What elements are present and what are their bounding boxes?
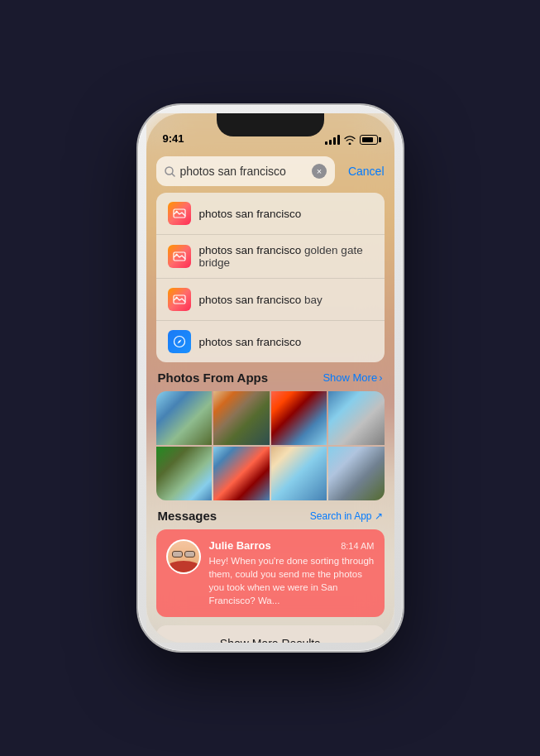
photos-from-apps-section: Photos From Apps Show More › [156,371,385,500]
message-time: 8:14 AM [341,541,374,551]
wifi-icon [344,136,356,145]
messages-card[interactable]: Julie Barros 8:14 AM Hey! When you're do… [156,529,385,617]
photos-icon-3 [173,293,186,306]
search-cancel-button[interactable]: Cancel [342,165,385,178]
message-sender: Julie Barros [209,539,271,552]
photo-cell-5[interactable] [156,447,213,500]
suggestions-container: photos san francisco [156,193,385,362]
suggestion-row-safari[interactable]: photos san francisco [156,321,385,362]
signal-icon [325,135,340,145]
photo-cell-7[interactable] [271,447,327,500]
suggestion-row[interactable]: photos san francisco bay [156,279,385,321]
show-more-results-button[interactable]: Show More Results [156,625,385,643]
avatar-glasses [172,551,195,557]
photo-cell-6[interactable] [213,447,270,500]
photos-app-icon [168,202,191,225]
suggestion-text-1: photos san francisco [199,208,373,220]
photo-cell-2[interactable] [213,391,270,445]
status-time: 9:41 [163,132,184,145]
message-content: Julie Barros 8:14 AM Hey! When you're do… [209,539,375,607]
photo-cell-8[interactable] [328,447,385,500]
search-bar[interactable]: photos san francisco × [156,156,335,186]
search-bar-container: photos san francisco × Cancel [146,150,394,193]
photo-cell-3[interactable] [271,391,327,445]
svg-point-6 [175,297,177,299]
photos-show-more-button[interactable]: Show More › [323,371,382,384]
search-icon [165,166,175,177]
safari-icon [173,335,186,348]
suggestion-row[interactable]: photos san francisco [156,193,385,235]
suggestion-text-2: photos san francisco golden gate bridge [199,244,373,269]
avatar [166,539,201,574]
photos-icon-2 [173,250,186,263]
status-icons [325,135,378,145]
safari-app-icon [168,330,191,353]
show-more-results-label: Show More Results [220,637,320,643]
suggestion-text-3: photos san francisco bay [199,294,373,306]
message-header: Julie Barros 8:14 AM [209,539,375,552]
phone-wrapper: 9:41 [130,97,411,659]
suggestion-text-4: photos san francisco [199,336,373,348]
messages-section-header: Messages Search in App ↗ [156,509,385,523]
photos-icon [173,207,186,220]
notch [217,113,324,136]
battery-icon [360,135,378,145]
suggestion-row[interactable]: photos san francisco golden gate bridge [156,235,385,279]
search-in-app-button[interactable]: Search in App ↗ [310,510,383,522]
messages-section-title: Messages [158,509,217,523]
photo-grid [156,391,385,500]
battery-fill [362,137,374,142]
photo-cell-4[interactable] [328,391,385,445]
search-input-text: photos san francisco [180,165,307,178]
svg-point-4 [175,254,177,256]
search-clear-button[interactable]: × [312,164,327,179]
phone-shell: 9:41 [138,105,403,651]
messages-section: Messages Search in App ↗ [156,509,385,617]
photos-section-title: Photos From Apps [158,371,269,385]
svg-point-2 [175,211,177,213]
message-preview: Hey! When you're done sorting through th… [209,554,375,607]
photos-app-icon-3 [168,288,191,311]
avatar-face [168,541,199,572]
photos-section-header: Photos From Apps Show More › [156,371,385,385]
glass-left [172,551,183,557]
photos-app-icon-2 [168,245,191,268]
screen-content: photos san francisco × Cancel [146,150,394,643]
screen: 9:41 [146,113,394,643]
photo-cell-1[interactable] [156,391,213,445]
glass-right [184,551,195,557]
